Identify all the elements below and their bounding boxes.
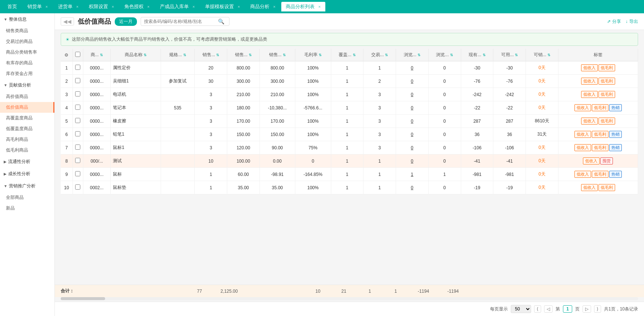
horizontal-scrollbar[interactable] [61, 297, 638, 300]
th-coverage[interactable]: 覆盖... ⇅ [331, 49, 363, 61]
nav-home[interactable]: 首页 [3, 2, 21, 11]
th-settings[interactable]: ⚙ [61, 49, 73, 61]
cell-checkbox[interactable] [73, 154, 83, 168]
cell-browse1: 0 [396, 101, 429, 115]
nav-permission-settings[interactable]: 权限设置 × [84, 2, 118, 11]
cell-sales1: 1 [195, 168, 227, 181]
nav-sales-order[interactable]: 销货单 × [23, 2, 52, 11]
sidebar-item-low-value[interactable]: 低价值商品 [0, 102, 54, 113]
th-sales3[interactable]: 销售... ⇅ [259, 49, 295, 61]
export-button[interactable]: ↓ 导出 [625, 18, 638, 25]
cell-checkbox[interactable] [73, 88, 83, 101]
close-icon[interactable]: × [76, 4, 78, 9]
row-checkbox[interactable] [75, 145, 80, 150]
cell-checkbox[interactable] [73, 141, 83, 154]
browse-link[interactable]: 0 [411, 92, 413, 97]
th-browse2[interactable]: 浏览... ⇅ [428, 49, 461, 61]
row-checkbox[interactable] [75, 65, 80, 70]
close-icon[interactable]: × [112, 4, 114, 9]
sidebar-section-contribution[interactable]: ▼ 贡献值分析 [0, 79, 54, 91]
close-icon[interactable]: × [273, 4, 275, 9]
sidebar-item-high-value[interactable]: 高价值商品 [0, 91, 54, 102]
page-size-select[interactable]: 50 100 200 [511, 305, 531, 313]
th-checkbox[interactable] [73, 49, 83, 61]
sidebar-section-growth[interactable]: ▶ 成长性分析 [0, 168, 54, 180]
browse-link[interactable]: 0 [411, 65, 413, 71]
row-checkbox[interactable] [75, 78, 80, 83]
row-checkbox[interactable] [75, 158, 80, 163]
select-all-checkbox[interactable] [75, 52, 80, 57]
cell-checkbox[interactable] [73, 101, 83, 115]
browse-link[interactable]: 0 [411, 79, 413, 84]
th-browse1[interactable]: 浏览... ⇅ [396, 49, 429, 61]
nav-goods-analysis-list[interactable]: 商品分析列表 × [281, 2, 325, 11]
cell-checkbox[interactable] [73, 75, 83, 88]
nav-role-auth[interactable]: 角色授权 × [120, 2, 154, 11]
collapse-sidebar-button[interactable]: ◀◀ [61, 17, 74, 26]
cell-checkbox[interactable] [73, 128, 83, 141]
sidebar-item-new-goods[interactable]: 新品 [0, 203, 54, 214]
th-transaction[interactable]: 交易... ⇅ [363, 49, 396, 61]
sidebar-item-high-margin[interactable]: 高毛利商品 [0, 134, 54, 145]
browse-link[interactable]: 1 [411, 172, 413, 177]
row-checkbox[interactable] [75, 171, 80, 176]
row-checkbox[interactable] [75, 184, 80, 190]
row-checkbox[interactable] [75, 118, 80, 123]
cell-checkbox[interactable] [73, 61, 83, 75]
th-name[interactable]: 商品名称 ⇅ [111, 49, 161, 61]
th-code[interactable]: 商... ⇅ [83, 49, 111, 61]
row-checkbox[interactable] [75, 131, 80, 136]
nav-goods-analysis[interactable]: 商品分析 × [246, 2, 280, 11]
th-sales1[interactable]: 销售... ⇅ [195, 49, 227, 61]
sidebar-item-low-margin[interactable]: 低毛利商品 [0, 145, 54, 156]
sidebar-item-sales-goods[interactable]: 销售类商品 [0, 26, 54, 36]
browse-link[interactable]: 0 [411, 159, 413, 164]
first-page-button[interactable]: ⟨ [534, 305, 541, 313]
close-icon[interactable]: × [147, 4, 150, 9]
row-checkbox[interactable] [75, 91, 80, 96]
search-input[interactable] [144, 19, 218, 24]
nav-purchase-order[interactable]: 进货单 × [54, 2, 83, 11]
sidebar-item-category-sales-rate[interactable]: 商品分类销售率 [0, 47, 54, 58]
th-sales2[interactable]: 销售... ⇅ [227, 49, 260, 61]
current-page-number[interactable]: 1 [563, 305, 572, 313]
browse-link[interactable]: 0 [411, 105, 413, 111]
share-button[interactable]: ⇗ 分享 [607, 18, 621, 25]
sidebar-item-high-coverage[interactable]: 高覆盖度商品 [0, 113, 54, 123]
browse-link[interactable]: 0 [411, 132, 413, 137]
sidebar-section-circulation[interactable]: ▶ 流通性分析 [0, 156, 54, 168]
cell-sales1: 1 [195, 181, 227, 194]
prev-page-button[interactable]: ◁ [544, 305, 553, 313]
th-spec[interactable]: 规格... ⇅ [161, 49, 195, 61]
filter-recent-month-button[interactable]: 近一月 [115, 17, 137, 26]
sidebar-item-all-goods[interactable]: 全部商品 [0, 192, 54, 203]
sidebar-item-low-coverage[interactable]: 低覆盖度商品 [0, 123, 54, 134]
sidebar-section-overall[interactable]: ▼ 整体信息 [0, 13, 54, 26]
th-available[interactable]: 可用... ⇅ [493, 49, 526, 61]
sidebar-item-traded-goods[interactable]: 交易过的商品 [0, 36, 54, 47]
cell-checkbox[interactable] [73, 115, 83, 128]
cell-checkbox[interactable] [73, 181, 83, 194]
sidebar-item-stock-capital[interactable]: 库存资金占用 [0, 68, 54, 79]
th-sellable[interactable]: 可销... ⇅ [526, 49, 559, 61]
close-icon[interactable]: × [46, 4, 48, 9]
search-icon[interactable]: 🔍 [218, 18, 224, 24]
next-page-button[interactable]: ▷ [583, 305, 591, 313]
sidebar-section-marketing[interactable]: ▼ 营销推广分析 [0, 180, 54, 192]
browse-link[interactable]: 0 [411, 185, 413, 190]
close-icon[interactable]: × [192, 4, 195, 9]
close-icon[interactable]: × [318, 4, 321, 9]
th-gross-margin[interactable]: 毛利率 ⇅ [295, 49, 331, 61]
close-icon[interactable]: × [238, 4, 240, 9]
nav-product-storage[interactable]: 产成品入库单 × [155, 2, 199, 11]
browse-link[interactable]: 0 [411, 145, 413, 150]
th-current[interactable]: 现有... ⇅ [461, 49, 493, 61]
nav-template-settings[interactable]: 单据模板设置 × [201, 2, 244, 11]
scrollbar-thumb[interactable] [61, 297, 105, 300]
cell-checkbox[interactable] [73, 168, 83, 181]
browse-link[interactable]: 0 [411, 119, 413, 124]
sidebar-item-stock-goods[interactable]: 有库存的商品 [0, 58, 54, 68]
row-checkbox[interactable] [75, 105, 80, 110]
table-container: ⚙ 商... ⇅ 商品名称 ⇅ 规格... ⇅ 销售... ⇅ 销售... ⇅ … [55, 49, 644, 285]
last-page-button[interactable]: ⟩ [594, 305, 601, 313]
